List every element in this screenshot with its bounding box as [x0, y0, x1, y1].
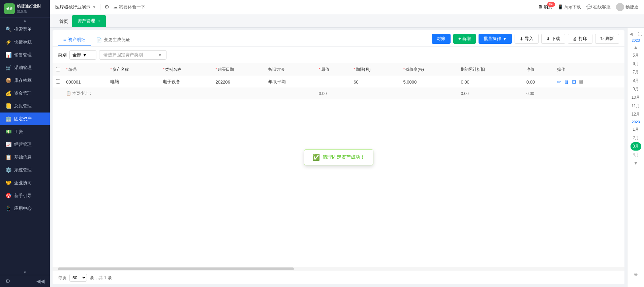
month-9[interactable]: 9月: [627, 85, 644, 93]
sidebar-item-ledger[interactable]: 📒 总账管理: [0, 100, 50, 113]
month-6[interactable]: 6月: [627, 60, 644, 68]
category-search-input[interactable]: 请选择固定资产类别 ▼: [99, 50, 166, 60]
online-service-btn[interactable]: 💬 在线客服: [586, 4, 611, 10]
month-11[interactable]: 11月: [627, 102, 644, 110]
per-page-label: 每页: [58, 275, 67, 281]
list-icon: ≡: [63, 37, 66, 42]
tab-asset-management[interactable]: 资产管理 ×: [72, 15, 106, 27]
more-icon[interactable]: ⊠: [579, 79, 583, 85]
sidebar-bottom: ⚙ ◀◀: [0, 275, 50, 287]
topbar-right: 🖥 消息 99+ 📱 App下载 💬 在线客服 畅捷通: [538, 3, 639, 11]
col-original-value: *原值: [316, 63, 351, 76]
sidebar-item-assets[interactable]: 🏢 固定资产: [0, 113, 50, 125]
import-button[interactable]: ⬇ 导入: [515, 34, 539, 44]
sidebar-item-inventory[interactable]: 📦 库存核算: [0, 74, 50, 87]
batch-ops-button[interactable]: 批量操作 ▼: [479, 34, 512, 44]
col-net-value: 净值: [524, 63, 554, 76]
subtotal-label: 📋 本页小计：: [63, 88, 316, 99]
sub-tab-change-voucher[interactable]: 📄 变更生成凭证: [91, 34, 135, 46]
category-label: 类别: [58, 52, 67, 58]
experience-btn[interactable]: ☁ 我要体验一下: [113, 4, 145, 10]
scroll-thumb[interactable]: [58, 267, 294, 270]
sidebar-item-sales[interactable]: 📊 销售管理: [0, 49, 50, 61]
print-button[interactable]: 🖨 打印: [568, 34, 592, 44]
sidebar-item-basic[interactable]: 📋 基础信息: [0, 151, 50, 164]
appstore-icon: 📱: [5, 205, 11, 212]
row-checkbox[interactable]: [56, 79, 60, 84]
sidebar-scroll-down[interactable]: ▼: [0, 270, 50, 275]
sidebar-item-funds[interactable]: 💰 资金管理: [0, 87, 50, 100]
panel-collapse-icon[interactable]: ◀: [630, 32, 633, 36]
cell-residual-rate: 5.0000: [401, 76, 458, 88]
panel-expand-icon[interactable]: ⛶: [638, 32, 642, 36]
panel-bottom-expand-icon[interactable]: ⊕: [634, 272, 638, 277]
settings-gear-icon[interactable]: ⚙: [104, 4, 109, 10]
category-type-select[interactable]: 全部 ▼: [69, 50, 96, 60]
assets-icon: 🏢: [5, 116, 11, 122]
sidebar-item-payroll[interactable]: 💵 工资: [0, 125, 50, 138]
panel-scroll-down[interactable]: ▼: [632, 159, 640, 167]
topbar: 医疗器械行业演示 ▼ ⚙ ☁ 我要体验一下 🖥 消息 99+ 📱 App下载 💬…: [50, 0, 644, 14]
sidebar-item-purchase[interactable]: 🛒 采购管理: [0, 61, 50, 74]
company-chevron-icon: ▼: [92, 5, 96, 9]
system-icon: ⚙️: [5, 167, 11, 173]
cell-period: 60: [351, 76, 400, 88]
month-8[interactable]: 8月: [627, 76, 644, 85]
pagination: 每页 50 100 200 条，共 1 条: [53, 271, 624, 284]
cell-depreciation-method: 年限平均: [266, 76, 316, 88]
sidebar-item-system[interactable]: ⚙️ 系统管理: [0, 164, 50, 177]
select-all-checkbox[interactable]: [56, 67, 60, 71]
user-profile[interactable]: 畅捷通: [616, 3, 639, 11]
row-checkbox-cell[interactable]: [53, 76, 63, 88]
select-chevron-icon: ▼: [83, 53, 87, 58]
copy-icon[interactable]: ⊞: [572, 79, 576, 85]
sidebar-item-appstore[interactable]: 📱 应用中心: [0, 202, 50, 215]
sub-tab-asset-detail[interactable]: ≡ 资产明细: [58, 34, 91, 46]
sales-icon: 📊: [5, 52, 11, 58]
messages-btn[interactable]: 🖥 消息 99+: [538, 4, 552, 10]
month-4[interactable]: 4月: [627, 151, 644, 159]
panel-scroll-up[interactable]: ▲: [632, 43, 640, 51]
basic-icon: 📋: [5, 154, 11, 160]
edit-icon[interactable]: ✏: [557, 79, 561, 85]
sidebar-item-search[interactable]: 🔍 搜索菜单: [0, 23, 50, 36]
tab-home[interactable]: 首页: [55, 16, 72, 27]
refresh-button[interactable]: ↻ 刷新: [595, 34, 619, 44]
sidebar-item-guide[interactable]: 🎯 新手引导: [0, 189, 50, 202]
select-all-header[interactable]: [53, 63, 63, 76]
month-1[interactable]: 1月: [627, 125, 644, 134]
month-2[interactable]: 2月: [627, 134, 644, 142]
month-7[interactable]: 7月: [627, 68, 644, 76]
col-actions: 操作: [554, 63, 624, 76]
sidebar-scroll-up[interactable]: ▲: [0, 18, 50, 23]
year-2023-mid: 2023: [627, 119, 644, 125]
logo: 畅捷 畅捷通好业财 普及版: [0, 0, 50, 18]
per-page-select[interactable]: 50 100 200: [69, 274, 87, 282]
download-icon: 📱: [558, 4, 563, 9]
operations-icon: 📈: [5, 141, 11, 148]
chevron-down-icon: ▼: [502, 36, 507, 41]
company-name: 医疗器械行业演示: [55, 4, 90, 10]
download-button[interactable]: ⬇ 下载: [541, 34, 565, 44]
sidebar: 畅捷 畅捷通好业财 普及版 ▲ 🔍 搜索菜单 ⚡ 快捷导航 📊 销售管理 🛒 采…: [0, 0, 50, 287]
sidebar-item-operations[interactable]: 📈 经营管理: [0, 138, 50, 151]
horizontal-scrollbar[interactable]: [53, 267, 624, 271]
app-download-btn[interactable]: 📱 App下载: [558, 4, 581, 10]
month-10[interactable]: 10月: [627, 93, 644, 102]
month-5[interactable]: 5月: [627, 51, 644, 60]
month-12[interactable]: 12月: [627, 110, 644, 119]
collapse-icon[interactable]: ◀◀: [36, 278, 44, 284]
sidebar-item-cooperation[interactable]: 🤝 企业协同: [0, 177, 50, 189]
company-selector[interactable]: 医疗器械行业演示 ▼: [55, 4, 96, 10]
delete-icon[interactable]: 🗑: [564, 79, 569, 85]
inventory-icon: 📦: [5, 77, 11, 84]
sidebar-item-quicknav[interactable]: ⚡ 快捷导航: [0, 36, 50, 49]
reconcile-button[interactable]: 对账: [432, 34, 451, 44]
settings-icon[interactable]: ⚙: [5, 278, 10, 284]
new-button[interactable]: + 新增: [453, 34, 476, 44]
cell-purchase-date: 202206: [213, 76, 266, 88]
month-3-active[interactable]: 3月: [631, 142, 641, 151]
voucher-icon: 📄: [96, 37, 102, 42]
cooperation-icon: 🤝: [5, 180, 11, 186]
tab-close-icon[interactable]: ×: [98, 19, 100, 23]
